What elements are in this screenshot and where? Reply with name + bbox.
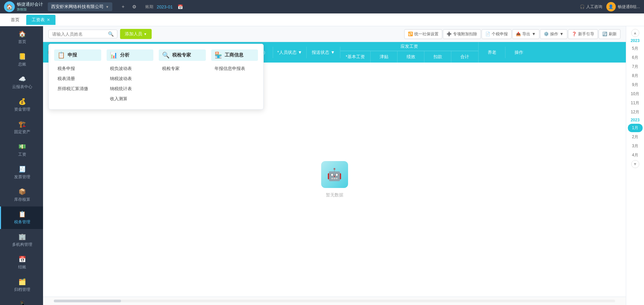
settings-icon[interactable]: ⚙ — [130, 2, 139, 11]
social-insurance-btn[interactable]: 🔁 统一社保设置 — [404, 29, 442, 39]
th-payroll-group: 应发工资 *基本工资 津贴 绩效 扣款 合计 — [340, 42, 479, 63]
tab-home-label: 首页 — [11, 17, 20, 23]
main-area: 🔍 添加人员 ▼ 🔁 统一社保设置 ➕ 专项附加扣除 📄 个税申报 — [43, 26, 626, 305]
th-performance: 绩效 — [397, 51, 424, 63]
archive-icon: 🗂️ — [18, 278, 26, 285]
menu-item-tax-form-list[interactable]: 税表清册 — [54, 74, 101, 84]
section-title-business: 工商信息 — [225, 52, 243, 58]
timeline-year-2023-label: 2023 — [629, 38, 641, 44]
th-deduction: 扣款 — [424, 51, 451, 63]
timeline-month-11[interactable]: 11月 — [628, 99, 643, 107]
sidebar-item-tax[interactable]: 📋 税务管理 — [0, 206, 43, 229]
sidebar-item-home[interactable]: 🏠 首页 — [0, 26, 43, 49]
add-person-button[interactable]: 添加人员 ▼ — [120, 29, 152, 39]
timeline-month-9[interactable]: 9月 — [628, 81, 643, 89]
add-company-btn[interactable]: ＋ — [118, 2, 128, 11]
top-actions: ＋ ⚙ — [118, 2, 139, 11]
new-guide-toolbar-icon: ❓ — [572, 32, 577, 36]
service-label: 人工咨询 — [586, 4, 602, 10]
menu-item-tax-wave[interactable]: 纳税波动表 — [107, 74, 154, 84]
company-selector[interactable]: 西安虾米网络科技有限公司 ▼ — [48, 2, 112, 11]
sidebar-label-tax: 税务管理 — [14, 219, 30, 225]
multi-org-icon: 🏢 — [18, 233, 26, 240]
empty-text: 暂无数据 — [326, 192, 343, 198]
period-value: 2023-01 — [157, 4, 173, 9]
sidebar-item-fund[interactable]: 💰 资金管理 — [0, 94, 43, 116]
sidebar-item-inventory[interactable]: 📦 库存核算 — [0, 184, 43, 206]
timeline-month-1[interactable]: 1月 — [628, 124, 643, 132]
menu-item-tax-expert[interactable]: 税检专家 — [159, 64, 206, 74]
sidebar-label-ledger: 总账 — [18, 62, 26, 67]
sidebar-label-multi-org: 多机构管理 — [12, 242, 32, 247]
sidebar-item-multi-org[interactable]: 🏢 多机构管理 — [0, 229, 43, 252]
timeline-month-2[interactable]: 2月 — [628, 133, 643, 141]
tax-expert-icon: 🔍 — [162, 51, 169, 59]
service-btn[interactable]: 🎧 人工咨询 — [580, 4, 602, 10]
operation-btn[interactable]: ⚙️ 操作 ▼ — [540, 29, 567, 39]
tab-payroll[interactable]: 工资表 ✕ — [26, 15, 55, 25]
sidebar-label-cloud: 云报表中心 — [12, 84, 32, 90]
th-operation: 操作 — [505, 47, 532, 58]
special-deduction-btn[interactable]: ➕ 专项附加扣除 — [443, 29, 481, 39]
export-dropdown-icon: ▼ — [532, 32, 536, 36]
dropdown-menu: 📋 申报 税务申报 税表清册 所得税汇算清缴 📊 分析 — [48, 44, 264, 110]
timeline-month-7[interactable]: 7月 — [628, 63, 643, 71]
sidebar-item-payroll[interactable]: 💵 工资 — [0, 139, 43, 161]
calendar-icon[interactable]: 📅 — [178, 4, 183, 9]
tax-icon: 📋 — [18, 211, 26, 218]
sidebar-label-payroll: 工资 — [18, 152, 26, 157]
timeline-month-3[interactable]: 3月 — [628, 142, 643, 150]
sidebar-item-period-end[interactable]: 📅 结账 — [0, 252, 43, 274]
timeline-down-btn[interactable]: ▼ — [631, 160, 639, 168]
dropdown-section-declaration: 📋 申报 税务申报 税表清册 所得税汇算清缴 — [54, 49, 101, 104]
th-total: 合计 — [451, 51, 478, 63]
search-box: 🔍 — [48, 30, 117, 38]
th-pension: 养老 — [479, 47, 505, 58]
refresh-label: 刷新 — [609, 31, 617, 37]
special-deduction-label: 专项附加扣除 — [453, 31, 477, 37]
search-input[interactable] — [52, 32, 106, 37]
user-info[interactable]: 👤 畅捷通B组... — [606, 2, 640, 11]
sidebar-item-ledger[interactable]: 📒 总账 — [0, 49, 43, 71]
scroll-track[interactable] — [54, 300, 615, 302]
menu-item-tax-burden[interactable]: 税负波动表 — [107, 64, 154, 74]
th-person-status[interactable]: *人员状态 ▼ — [273, 47, 307, 58]
timeline-month-5[interactable]: 5月 — [628, 44, 643, 53]
menu-item-tax-declaration[interactable]: 税务申报 — [54, 64, 101, 74]
tab-bar: 首页 工资表 ✕ — [0, 13, 644, 26]
timeline-month-12[interactable]: 12月 — [628, 108, 643, 116]
sidebar-label-fund: 资金管理 — [14, 107, 30, 112]
refresh-btn[interactable]: 🔄 刷新 — [599, 29, 620, 39]
export-btn[interactable]: 📤 导出 ▼ — [512, 29, 539, 39]
menu-item-income-estimate[interactable]: 收入测算 — [107, 94, 154, 104]
timeline-month-6[interactable]: 6月 — [628, 53, 643, 62]
scroll-thumb[interactable] — [54, 300, 121, 302]
avatar: 👤 — [606, 2, 616, 11]
fund-icon: 💰 — [18, 98, 26, 105]
sidebar-item-cloud-report[interactable]: ☁️ 云报表中心 — [0, 71, 43, 94]
timeline-up-btn[interactable]: ▲ — [631, 29, 639, 37]
sidebar-item-invoice[interactable]: 🧾 发票管理 — [0, 161, 43, 184]
tab-close-icon[interactable]: ✕ — [47, 17, 50, 22]
ledger-icon: 📒 — [18, 53, 26, 60]
income-tax-label: 所得税汇算清缴 — [58, 86, 88, 91]
tax-declaration-item-label: 税务申报 — [58, 66, 75, 71]
timeline-month-10[interactable]: 10月 — [628, 90, 643, 98]
timeline-month-4[interactable]: 4月 — [628, 151, 643, 159]
new-guide-label: 新手引导 — [578, 31, 594, 37]
menu-item-annual-report[interactable]: 年报信息申报表 — [211, 64, 258, 74]
tab-home[interactable]: 首页 — [5, 15, 25, 25]
menu-item-income-tax-settlement[interactable]: 所得税汇算清缴 — [54, 84, 101, 94]
period-end-icon: 📅 — [18, 256, 26, 263]
th-submit-status[interactable]: 报送状态 ▼ — [307, 47, 340, 58]
sidebar-item-archive[interactable]: 🗂️ 归档管理 — [0, 274, 43, 297]
new-guide-btn[interactable]: ❓ 新手引导 — [568, 29, 598, 39]
tax-burden-label: 税负波动表 — [110, 66, 132, 71]
tax-declaration-label: 个税申报 — [492, 31, 508, 37]
sidebar-item-fixed-assets[interactable]: 🏗️ 固定资产 — [0, 116, 43, 139]
sidebar-item-mini-sales[interactable]: 📱 小畅报销 — [0, 297, 43, 305]
analysis-icon: 📊 — [110, 51, 117, 59]
tax-declaration-btn[interactable]: 📄 个税申报 — [482, 29, 512, 39]
menu-item-tax-stats[interactable]: 纳税统计表 — [107, 84, 154, 94]
timeline-month-8[interactable]: 8月 — [628, 72, 643, 80]
